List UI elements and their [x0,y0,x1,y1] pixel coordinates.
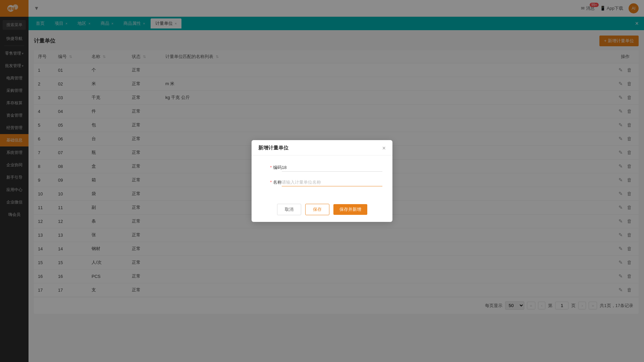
add-unit-modal: 新增计量单位 × 编码 名称 取消 保存 保存并新增 [252,140,392,222]
modal-title: 新增计量单位 [258,145,288,151]
modal-close-button[interactable]: × [382,145,386,151]
code-input[interactable] [282,164,382,172]
code-form-row: 编码 [262,164,382,172]
code-label: 编码 [262,165,282,171]
cancel-button[interactable]: 取消 [277,204,301,215]
modal-body: 编码 名称 [252,156,392,200]
modal-footer: 取消 保存 保存并新增 [252,200,392,222]
name-label: 名称 [262,179,282,185]
name-form-row: 名称 [262,178,382,186]
modal-header: 新增计量单位 × [252,140,392,156]
save-button[interactable]: 保存 [305,204,329,215]
modal-overlay: 新增计量单位 × 编码 名称 取消 保存 保存并新增 [0,0,644,362]
save-and-new-button[interactable]: 保存并新增 [333,204,367,215]
name-input[interactable] [282,178,382,186]
